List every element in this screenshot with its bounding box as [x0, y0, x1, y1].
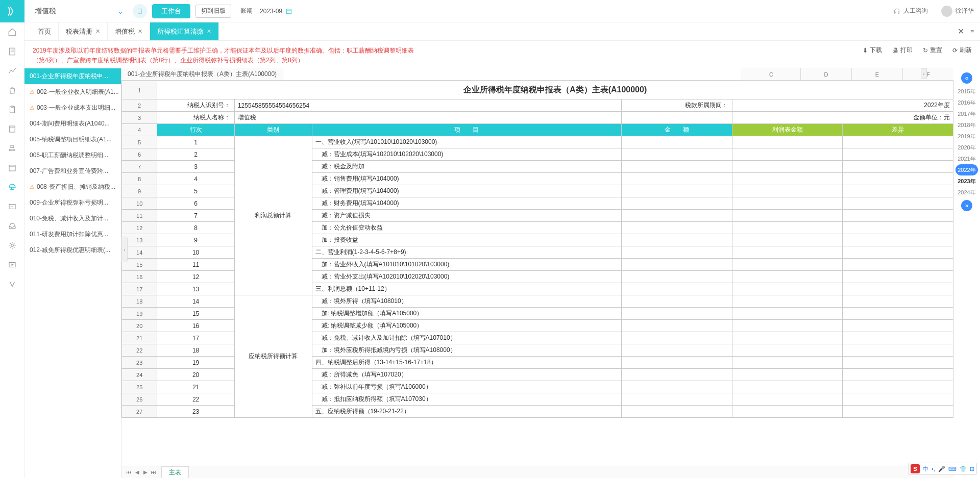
nav-archive-icon[interactable]: [0, 197, 24, 216]
diff-cell[interactable]: [843, 197, 953, 210]
form-list-item[interactable]: 010-免税、减计收入及加计...: [24, 211, 121, 227]
tab-menu-icon[interactable]: ≡: [970, 28, 974, 35]
diff-cell[interactable]: [843, 173, 953, 185]
year-item[interactable]: 2017年: [955, 108, 978, 119]
year-item[interactable]: 2016年: [955, 97, 978, 108]
ime-toolbar[interactable]: S 中 •, 🎤 ⌨ 👕 ⊞: [908, 463, 977, 475]
amount-cell[interactable]: [622, 283, 732, 295]
support-link[interactable]: 人工咨询: [893, 7, 928, 15]
spreadsheet-grid[interactable]: 1企业所得税年度纳税申报表（A类）主表(A100000) 2 纳税人识别号： 1…: [121, 81, 953, 418]
year-item[interactable]: 2024年: [955, 187, 978, 198]
collapse-right-icon[interactable]: ›: [921, 68, 927, 79]
pl-amount-cell[interactable]: [732, 320, 843, 332]
form-list-item[interactable]: ⚠002-一般企业收入明细表(A1...: [24, 84, 121, 100]
diff-cell[interactable]: [843, 161, 953, 173]
bottom-sheet-tab[interactable]: 主表: [161, 466, 189, 478]
close-icon[interactable]: ✕: [95, 28, 100, 35]
pl-amount-cell[interactable]: [732, 381, 843, 393]
amount-cell[interactable]: [622, 148, 732, 161]
diff-cell[interactable]: [843, 136, 953, 148]
workbench-button[interactable]: 工作台: [152, 4, 190, 18]
form-list-item[interactable]: 007-广告费和业务宣传费跨...: [24, 163, 121, 179]
year-item[interactable]: 2023年: [955, 175, 978, 187]
amount-cell[interactable]: [622, 259, 732, 271]
amount-cell[interactable]: [622, 320, 732, 332]
nav-v-icon[interactable]: [0, 274, 24, 294]
pl-amount-cell[interactable]: [732, 234, 843, 246]
switch-old-button[interactable]: 切到旧版: [195, 5, 231, 18]
pl-amount-cell[interactable]: [732, 210, 843, 222]
form-list-item[interactable]: 012-减免所得税优惠明细表(...: [24, 242, 121, 258]
tab-增值税[interactable]: 增值税✕: [108, 22, 150, 40]
pl-amount-cell[interactable]: [732, 271, 843, 283]
diff-cell[interactable]: [843, 357, 953, 369]
amount-cell[interactable]: [622, 173, 732, 185]
pl-amount-cell[interactable]: [732, 246, 843, 259]
ime-skin-icon[interactable]: 👕: [960, 466, 967, 472]
diff-cell[interactable]: [843, 344, 953, 357]
ime-toolbox-icon[interactable]: ⊞: [970, 466, 974, 472]
diff-cell[interactable]: [843, 381, 953, 393]
year-item[interactable]: 2021年: [955, 153, 978, 164]
amount-cell[interactable]: [622, 393, 732, 406]
sheet-nav-last-icon[interactable]: ⏭: [150, 469, 157, 475]
diff-cell[interactable]: [843, 295, 953, 308]
user-menu[interactable]: 徐泽华: [941, 6, 974, 17]
pl-amount-cell[interactable]: [732, 393, 843, 406]
sheet-tab[interactable]: 001-企业所得税年度纳税申报表（A类）主表(A100000): [121, 68, 283, 80]
year-item[interactable]: 2022年: [955, 164, 978, 175]
amount-cell[interactable]: [622, 197, 732, 210]
diff-cell[interactable]: [843, 406, 953, 418]
diff-cell[interactable]: [843, 332, 953, 344]
pl-amount-cell[interactable]: [732, 173, 843, 185]
nav-inbox-icon[interactable]: [0, 216, 24, 236]
amount-cell[interactable]: [622, 222, 732, 234]
tab-首页[interactable]: 首页: [31, 22, 59, 40]
pl-amount-cell[interactable]: [732, 344, 843, 357]
sheet-nav-prev-icon[interactable]: ◀: [134, 469, 141, 475]
diff-cell[interactable]: [843, 308, 953, 320]
year-item[interactable]: 2020年: [955, 142, 978, 153]
nav-book-icon[interactable]: [0, 119, 24, 139]
nav-stamp-icon[interactable]: [0, 139, 24, 158]
round-doc-button[interactable]: [133, 4, 147, 18]
ime-lang[interactable]: 中: [923, 465, 928, 473]
pl-amount-cell[interactable]: [732, 369, 843, 381]
diff-cell[interactable]: [843, 210, 953, 222]
close-icon[interactable]: ✕: [207, 28, 211, 35]
amount-cell[interactable]: [622, 381, 732, 393]
nav-settings-icon[interactable]: [0, 236, 24, 255]
amount-cell[interactable]: [622, 161, 732, 173]
ime-mic-icon[interactable]: 🎤: [938, 466, 945, 472]
amount-cell[interactable]: [622, 185, 732, 197]
year-down-icon[interactable]: »: [961, 200, 972, 211]
amount-cell[interactable]: [622, 308, 732, 320]
ime-punct-icon[interactable]: •,: [932, 466, 935, 472]
refresh-button[interactable]: ⟳ 刷新: [952, 46, 972, 55]
pl-amount-cell[interactable]: [732, 161, 843, 173]
pl-amount-cell[interactable]: [732, 197, 843, 210]
diff-cell[interactable]: [843, 393, 953, 406]
app-logo[interactable]: [0, 0, 24, 22]
year-up-icon[interactable]: «: [961, 72, 972, 84]
year-item[interactable]: 2015年: [955, 86, 978, 97]
year-item[interactable]: 2019年: [955, 131, 978, 142]
amount-cell[interactable]: [622, 369, 732, 381]
sheet-nav-next-icon[interactable]: ▶: [142, 469, 149, 475]
pl-amount-cell[interactable]: [732, 332, 843, 344]
entity-selector[interactable]: 增值税 ⌄: [31, 7, 128, 16]
period-picker[interactable]: 2023-09: [260, 8, 292, 15]
nav-video-icon[interactable]: [0, 255, 24, 274]
form-list-item[interactable]: 006-职工薪酬纳税调整明细...: [24, 147, 121, 163]
form-list-item[interactable]: 011-研发费用加计扣除优惠...: [24, 227, 121, 242]
year-item[interactable]: 2018年: [955, 119, 978, 131]
diff-cell[interactable]: [843, 234, 953, 246]
print-button[interactable]: 🖶 打印: [892, 46, 913, 55]
amount-cell[interactable]: [622, 406, 732, 418]
form-list-item[interactable]: ⚠008-资产折旧、摊销及纳税...: [24, 179, 121, 195]
nav-bag-icon[interactable]: [0, 81, 24, 100]
form-list-item[interactable]: 004-期间费用明细表(A1040...: [24, 116, 121, 132]
diff-cell[interactable]: [843, 320, 953, 332]
form-list-item[interactable]: 009-企业所得税弥补亏损明...: [24, 195, 121, 211]
close-icon[interactable]: ✕: [138, 28, 142, 35]
